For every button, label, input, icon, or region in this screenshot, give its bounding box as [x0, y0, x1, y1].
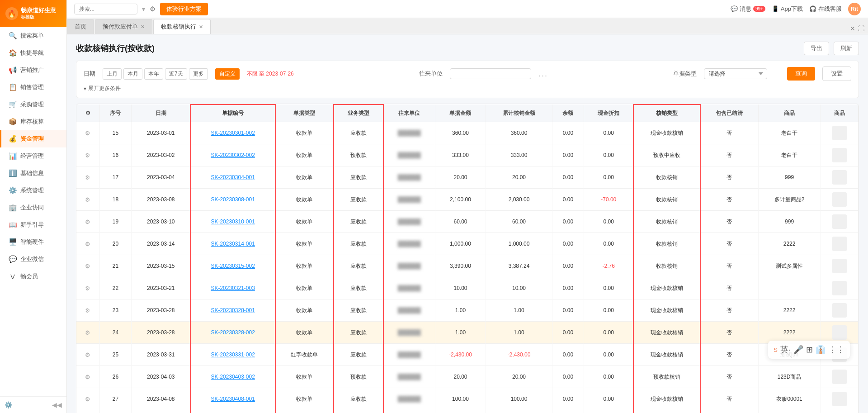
cell-biz_type-11: 预收款 — [334, 366, 383, 388]
sidebar-item-operations[interactable]: 📊经营管理 — [0, 147, 66, 165]
tabs-bar: 首页预付款应付单 ✕收款核销执行 ✕ ✕ ⛶ — [67, 18, 868, 34]
cell-verify_type-10: 现金收款核销 — [633, 344, 700, 366]
cell-seq-7: 22 — [99, 277, 132, 299]
date-btn-近7天[interactable]: 近7天 — [165, 68, 187, 80]
bill-type-select[interactable]: 请选择 — [704, 68, 767, 79]
sidebar-item-inventory[interactable]: 📦库存核算 — [0, 113, 66, 130]
col-header-biz_type: 业务类型 — [334, 104, 383, 122]
cell-accum_amount-10: -2,430.00 — [486, 344, 552, 366]
tab-home[interactable]: 首页 — [67, 19, 94, 34]
cell-biz_type-10: 应收款 — [334, 344, 383, 366]
fullscreen-icon[interactable]: ⛶ — [858, 25, 864, 32]
topbar-dropdown-arrow[interactable]: ▾ — [142, 5, 145, 13]
online-service-item[interactable]: 🎧 在线客服 — [809, 5, 842, 13]
cell-seq-10: 25 — [99, 344, 132, 366]
bill-no-link-6[interactable]: SK-20230315-002 — [211, 263, 255, 269]
gear-icon-row-7[interactable]: ⚙ — [85, 285, 90, 292]
sidebar-item-member[interactable]: V畅会员 — [0, 268, 66, 285]
date-btn-上月[interactable]: 上月 — [103, 68, 122, 80]
bill-no-link-4[interactable]: SK-20230310-001 — [211, 218, 255, 225]
date-btn-本月[interactable]: 本月 — [123, 68, 142, 80]
gear-icon-row-9[interactable]: ⚙ — [85, 329, 90, 336]
bill-no-link-12[interactable]: SK-20230408-001 — [211, 396, 255, 402]
bill-no-link-0[interactable]: SK-20230301-002 — [211, 130, 255, 136]
bill-no-link-8[interactable]: SK-20230328-001 — [211, 307, 255, 313]
message-item[interactable]: 💬 消息 99+ — [731, 5, 765, 13]
cell-balance-1: 0.00 — [552, 144, 584, 166]
sidebar-item-marketing[interactable]: 📢营销推广 — [0, 62, 66, 79]
col-header-bill_no: 单据编号 — [190, 104, 275, 122]
gear-icon-row-1[interactable]: ⚙ — [85, 152, 90, 159]
tab-close-collection[interactable]: ✕ — [199, 24, 203, 30]
bill-no-link-11[interactable]: SK-20230403-002 — [211, 374, 255, 380]
export-button[interactable]: 导出 — [804, 42, 829, 55]
date-range: 不限 至 2023-07-26 — [247, 70, 294, 78]
bill-no-link-3[interactable]: SK-20230308-001 — [211, 196, 255, 203]
sidebar-item-quick-nav[interactable]: 🏠快捷导航 — [0, 44, 66, 62]
gear-icon-row-6[interactable]: ⚙ — [85, 263, 90, 270]
bill-no-link-10[interactable]: SK-20230331-002 — [211, 351, 255, 358]
cell-cash_discount-5: 0.00 — [584, 233, 633, 255]
cell-cash_discount-1: 0.00 — [584, 144, 633, 166]
app-download-item[interactable]: 📱 App下载 — [772, 5, 803, 13]
query-button[interactable]: 查询 — [787, 67, 815, 81]
bill-no-link-2[interactable]: SK-20230304-001 — [211, 174, 255, 180]
sidebar-item-basic-info[interactable]: ℹ️基础信息 — [0, 165, 66, 182]
filter-setting-button[interactable]: 设置 — [822, 66, 851, 81]
gear-icon-row-3[interactable]: ⚙ — [85, 196, 90, 203]
date-btn-更多[interactable]: 更多 — [189, 68, 208, 80]
topbar-gear-icon[interactable]: ⚙ — [150, 5, 156, 13]
sidebar-item-enterprise[interactable]: 🏢企业协同 — [0, 199, 66, 216]
sidebar-item-purchase[interactable]: 🛒采购管理 — [0, 96, 66, 113]
gear-icon-row-2[interactable]: ⚙ — [85, 174, 90, 181]
bill-no-link-9[interactable]: SK-20230328-002 — [211, 329, 255, 336]
table-row: ⚙252023-03-31SK-20230331-002红字收款单应收款████… — [76, 344, 859, 366]
cell-bill_no-7: SK-20230321-003 — [190, 277, 275, 299]
cell-accum_amount-1: 333.00 — [486, 144, 552, 166]
gear-icon-row-8[interactable]: ⚙ — [85, 307, 90, 314]
sidebar-item-hardware[interactable]: 🖥️智能硬件 — [0, 233, 66, 251]
sidebar-item-guide[interactable]: 📖新手引导 — [0, 216, 66, 233]
bill-no-link-1[interactable]: SK-20230302-002 — [211, 152, 255, 158]
topbar-search[interactable] — [74, 4, 137, 14]
close-all-icon[interactable]: ✕ — [850, 25, 855, 32]
sidebar-item-finance[interactable]: 💰资金管理 — [0, 130, 66, 147]
gear-icon-row-5[interactable]: ⚙ — [85, 241, 90, 247]
bill-no-link-7[interactable]: SK-20230321-003 — [211, 285, 255, 291]
cell-partner-7: ██████ — [383, 277, 435, 299]
refresh-button[interactable]: 刷新 — [834, 42, 859, 55]
custom-date-btn[interactable]: 自定义 — [215, 68, 240, 80]
expand-button[interactable]: ▾ 展开更多条件 — [84, 85, 851, 92]
tab-close-prepay[interactable]: ✕ — [141, 24, 145, 30]
cell-bill_amount-8: 1.00 — [435, 299, 486, 322]
avatar[interactable]: Rit — [848, 3, 861, 15]
expand-icon: ▾ — [84, 85, 86, 92]
settings-bottom-icon[interactable]: ⚙️ — [5, 401, 12, 408]
date-btn-本年[interactable]: 本年 — [144, 68, 163, 80]
sidebar-icon-enterprise: 🏢 — [9, 204, 17, 212]
partner-input[interactable] — [450, 68, 531, 79]
solution-button[interactable]: 体验行业方案 — [160, 3, 208, 15]
tab-collection[interactable]: 收款核销执行 ✕ — [153, 19, 211, 34]
gear-icon-row-12[interactable]: ⚙ — [85, 396, 90, 403]
sidebar-item-wechat[interactable]: 💬企业微信 — [0, 251, 66, 268]
gear-icon-row-11[interactable]: ⚙ — [85, 374, 90, 380]
sidebar-item-search[interactable]: 🔍搜索菜单 — [0, 27, 66, 44]
cell-seq-13: 28 — [99, 410, 132, 413]
gear-icon-row-10[interactable]: ⚙ — [85, 351, 90, 358]
col-header-product: 商品 — [758, 104, 821, 122]
cell-date-10: 2023-03-31 — [132, 344, 190, 366]
cell-balance-13: 0.00 — [552, 410, 584, 413]
cell-bill_type-4: 收款单 — [275, 211, 334, 233]
cell-bill_amount-3: 2,100.00 — [435, 189, 486, 211]
gear-icon-row-0[interactable]: ⚙ — [85, 130, 90, 137]
gear-icon-row-4[interactable]: ⚙ — [85, 218, 90, 225]
table-row: ⚙182023-03-08SK-20230308-001收款单应收款██████… — [76, 189, 859, 211]
sidebar-item-system[interactable]: ⚙️系统管理 — [0, 182, 66, 199]
collapse-icon[interactable]: ◀◀ — [52, 401, 62, 408]
tab-prepay[interactable]: 预付款应付单 ✕ — [95, 19, 152, 34]
bill-no-link-5[interactable]: SK-20230314-001 — [211, 241, 255, 247]
cell-product-11: 123D商品 — [758, 366, 821, 388]
sidebar-label-enterprise: 企业协同 — [20, 204, 44, 212]
sidebar-item-sales[interactable]: 📋销售管理 — [0, 79, 66, 96]
